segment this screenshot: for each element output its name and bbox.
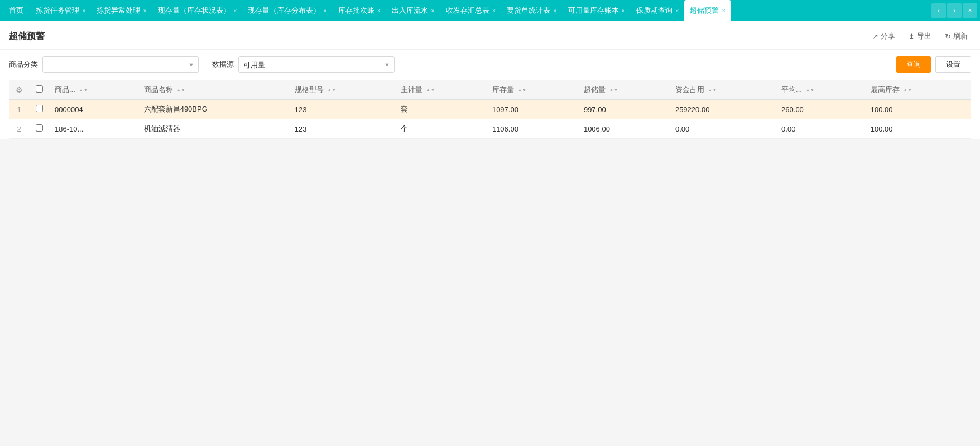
filter-bar: 商品分类 ▼ 数据源 可用量 库存量 ▼ 查询 设置 [0,50,980,80]
tab-close-icon[interactable]: × [622,7,625,14]
col-settings: ⚙ [9,80,29,100]
page-content: 超储预警 ↗ 分享 ↥ 导出 ↻ 刷新 商品分类 ▼ [0,21,980,139]
col-avg-header[interactable]: 平均... ▲▼ [776,80,865,100]
sort-icon: ▲▼ [609,88,618,93]
tab-jianhuoyichangchuli[interactable]: 拣货异常处理 × [91,0,152,21]
col-product-code-header[interactable]: 商品... ▲▼ [49,80,138,100]
datasource-select-wrapper: 可用量 库存量 ▼ [238,56,395,73]
query-button[interactable]: 查询 [896,56,931,73]
col-spec-header[interactable]: 规格型号 ▲▼ [289,80,395,100]
nav-next-btn[interactable]: › [947,3,962,18]
sort-icon: ▲▼ [806,88,815,93]
tab-close-icon[interactable]: × [492,7,496,14]
datasource-label: 数据源 [212,60,234,70]
header-actions: ↗ 分享 ↥ 导出 ↻ 刷新 [869,29,971,43]
sort-icon: ▲▼ [327,88,336,93]
cell-capital: 259220.00 [670,100,776,119]
category-filter-group: 商品分类 ▼ [9,56,199,73]
tab-xiancunliang1[interactable]: 现存量（库存状况表） × [152,0,242,21]
top-navigation: 首页 拣货任务管理 × 拣货异常处理 × 现存量（库存状况表） × 现存量（库存… [0,0,980,21]
tab-close-icon[interactable]: × [722,7,725,14]
col-maxstock-header[interactable]: 最高库存 ▲▼ [865,80,971,100]
col-overstock-header[interactable]: 超储量 ▲▼ [578,80,670,100]
settings-icon[interactable]: ⚙ [16,85,23,94]
cell-spec: 123 [289,100,395,119]
sort-icon: ▲▼ [176,88,185,93]
tab-shofacunhuizongtable[interactable]: 收发存汇总表 × [440,0,501,21]
refresh-icon: ↻ [945,32,951,41]
page-header: 超储预警 ↗ 分享 ↥ 导出 ↻ 刷新 [0,21,980,50]
tab-kucunpicizhang[interactable]: 库存批次账 × [333,0,386,21]
filter-buttons: 查询 设置 [896,56,971,73]
settings-button[interactable]: 设置 [935,56,971,73]
cell-unit: 个 [395,119,487,139]
category-select-wrapper: ▼ [42,56,199,73]
share-button[interactable]: ↗ 分享 [869,29,899,43]
table-row: 1 0000004 六配套新昌490BPG 123 套 1097.00 997.… [9,100,971,119]
tab-keyongliang[interactable]: 可用量库存账本 × [563,0,631,21]
cell-product-code: 0000004 [49,100,138,119]
tab-baozhi[interactable]: 保质期查询 × [631,0,684,21]
tab-close-icon[interactable]: × [675,7,679,14]
cell-avg: 0.00 [776,119,865,139]
page-title: 超储预警 [9,31,45,42]
col-product-name-header[interactable]: 商品名称 ▲▼ [138,80,289,100]
category-label: 商品分类 [9,60,38,70]
col-stock-header[interactable]: 库存量 ▲▼ [487,80,578,100]
cell-capital: 0.00 [670,119,776,139]
nav-menu-btn[interactable]: × [963,3,977,18]
data-table: ⚙ 商品... ▲▼ 商品名称 ▲▼ 规格型号 ▲▼ [9,80,971,139]
cell-unit: 套 [395,100,487,119]
tab-yaohuo[interactable]: 要货单统计表 × [501,0,562,21]
cell-maxstock: 100.00 [865,100,971,119]
sort-icon: ▲▼ [708,88,717,93]
cell-avg: 260.00 [776,100,865,119]
cell-product-code: 186-10... [49,119,138,139]
sort-icon: ▲▼ [426,88,435,93]
col-unit-header[interactable]: 主计量 ▲▼ [395,80,487,100]
tab-close-icon[interactable]: × [82,7,85,14]
export-icon: ↥ [909,32,915,41]
cell-stock: 1106.00 [487,119,578,139]
tab-close-icon[interactable]: × [377,7,381,14]
datasource-select[interactable]: 可用量 库存量 [238,56,395,73]
table-header-row: ⚙ 商品... ▲▼ 商品名称 ▲▼ 规格型号 ▲▼ [9,80,971,100]
sort-icon: ▲▼ [518,88,527,93]
refresh-button[interactable]: ↻ 刷新 [941,29,971,43]
tab-close-icon[interactable]: × [143,7,146,14]
cell-maxstock: 100.00 [865,119,971,139]
cell-overstock: 1006.00 [578,119,670,139]
sort-icon: ▲▼ [79,88,88,93]
col-capital-header[interactable]: 资金占用 ▲▼ [670,80,776,100]
cell-product-name: 六配套新昌490BPG [138,100,289,119]
cell-overstock: 997.00 [578,100,670,119]
sort-icon: ▲▼ [903,88,912,93]
nav-prev-btn[interactable]: ‹ [931,3,946,18]
tab-xiancunliang2[interactable]: 现存量（库存分布表） × [242,0,332,21]
cell-spec: 123 [289,119,395,139]
table-row: 2 186-10... 机油滤清器 123 个 1106.00 1006.00 … [9,119,971,139]
nav-arrows: ‹ › × [931,3,978,18]
export-button[interactable]: ↥ 导出 [905,29,935,43]
select-all-checkbox[interactable] [36,85,43,93]
row-number: 2 [9,119,29,139]
tab-chaochu-active[interactable]: 超储预警 × [684,0,731,21]
datasource-filter-group: 数据源 可用量 库存量 ▼ [212,56,395,73]
row-checkbox[interactable] [36,105,43,112]
col-checkbox-header [29,80,49,100]
home-nav-item[interactable]: 首页 [2,0,30,21]
cell-product-name: 机油滤清器 [138,119,289,139]
tab-close-icon[interactable]: × [431,7,434,14]
tab-jianhuorenwuguanli[interactable]: 拣货任务管理 × [30,0,91,21]
row-checkbox-cell [29,119,49,139]
cell-stock: 1097.00 [487,100,578,119]
share-icon: ↗ [872,32,878,41]
category-select[interactable] [42,56,199,73]
table-container: ⚙ 商品... ▲▼ 商品名称 ▲▼ 规格型号 ▲▼ [0,80,980,139]
tab-close-icon[interactable]: × [553,7,556,14]
row-number: 1 [9,100,29,119]
tab-close-icon[interactable]: × [323,7,326,14]
row-checkbox[interactable] [36,124,43,132]
tab-close-icon[interactable]: × [233,7,237,14]
tab-churukuliushui[interactable]: 出入库流水 × [386,0,440,21]
